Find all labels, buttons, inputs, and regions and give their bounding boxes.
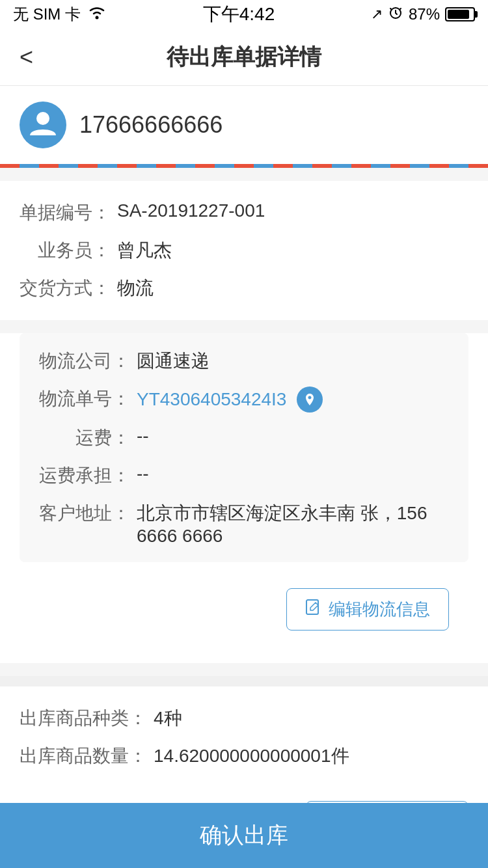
freight-bear-label: 运费承担： — [39, 463, 130, 488]
carrier-text: 无 SIM 卡 — [13, 4, 81, 25]
delivery-value: 物流 — [117, 276, 468, 301]
user-phone: 17666666666 — [79, 111, 223, 139]
logistics-company-value: 圆通速递 — [137, 349, 449, 373]
person-icon — [29, 108, 57, 142]
logistics-company-row: 物流公司： 圆通速递 — [39, 349, 449, 373]
goods-type-label: 出库商品种类： — [20, 706, 147, 731]
goods-quantity-value: 14.620000000000001件 — [154, 744, 468, 768]
logistics-box: 物流公司： 圆通速递 物流单号： YT43064053424I3 — [20, 333, 468, 562]
tracking-number: YT43064053424I3 — [137, 389, 286, 410]
wifi-icon — [87, 5, 107, 23]
alarm-icon — [388, 5, 403, 24]
bottom-bar: 确认出库 — [0, 803, 488, 868]
delivery-row: 交货方式： 物流 — [20, 276, 468, 301]
battery-percent-text: 87% — [409, 5, 440, 23]
staff-value: 曾凡杰 — [117, 238, 468, 263]
svg-point-2 — [36, 112, 49, 125]
goods-quantity-label: 出库商品数量： — [20, 744, 147, 768]
map-pin-icon[interactable] — [297, 387, 323, 413]
tracking-row: 物流单号： YT43064053424I3 — [39, 387, 449, 413]
battery-icon — [445, 7, 475, 21]
address-label: 客户地址： — [39, 501, 130, 526]
status-right: ↗ 87% — [371, 5, 475, 24]
main-content: 17666666666 单据编号： SA-20191227-001 业务员： 曾… — [0, 86, 488, 868]
section-divider — [0, 676, 488, 686]
back-button[interactable]: < — [20, 44, 33, 71]
status-left: 无 SIM 卡 — [13, 4, 107, 25]
user-header: 17666666666 — [0, 86, 488, 164]
edit-logistics-button[interactable]: 编辑物流信息 — [286, 588, 449, 631]
staff-label: 业务员： — [20, 238, 111, 263]
goods-quantity-row: 出库商品数量： 14.620000000000001件 — [20, 744, 468, 768]
document-info-section: 单据编号： SA-20191227-001 业务员： 曾凡杰 交货方式： 物流 — [0, 181, 488, 320]
edit-logistics-btn-container: 编辑物流信息 — [20, 575, 468, 644]
dashed-divider — [0, 164, 488, 168]
freight-label: 运费： — [39, 426, 130, 450]
tracking-with-icon: YT43064053424I3 — [137, 387, 449, 413]
tracking-label: 物流单号： — [39, 387, 130, 411]
avatar — [20, 102, 66, 148]
status-bar: 无 SIM 卡 下午4:42 ↗ 87% — [0, 0, 488, 29]
address-value: 北京市市辖区海淀区永丰南 张，156 6666 6666 — [137, 501, 449, 547]
delivery-label: 交货方式： — [20, 276, 111, 301]
staff-row: 业务员： 曾凡杰 — [20, 238, 468, 263]
edit-icon — [305, 599, 322, 620]
svg-point-0 — [96, 16, 99, 20]
confirm-button[interactable]: 确认出库 — [200, 821, 288, 850]
nav-bar: < 待出库单据详情 — [0, 29, 488, 86]
status-time: 下午4:42 — [203, 2, 275, 27]
edit-logistics-label: 编辑物流信息 — [329, 598, 430, 621]
doc-number-label: 单据编号： — [20, 200, 111, 225]
goods-type-row: 出库商品种类： 4种 — [20, 706, 468, 731]
location-arrow-icon: ↗ — [371, 6, 383, 23]
goods-info-section: 出库商品种类： 4种 出库商品数量： 14.620000000000001件 — [0, 686, 488, 788]
goods-type-value: 4种 — [154, 706, 468, 731]
freight-bear-row: 运费承担： -- — [39, 463, 449, 488]
page-title: 待出库单据详情 — [167, 42, 321, 72]
doc-number-value: SA-20191227-001 — [117, 200, 468, 221]
tracking-value: YT43064053424I3 — [137, 387, 449, 413]
freight-value: -- — [137, 426, 449, 446]
logistics-section: 物流公司： 圆通速递 物流单号： YT43064053424I3 — [0, 333, 488, 663]
freight-row: 运费： -- — [39, 426, 449, 450]
doc-number-row: 单据编号： SA-20191227-001 — [20, 200, 468, 225]
logistics-company-label: 物流公司： — [39, 349, 130, 373]
address-row: 客户地址： 北京市市辖区海淀区永丰南 张，156 6666 6666 — [39, 501, 449, 547]
freight-bear-value: -- — [137, 463, 449, 484]
